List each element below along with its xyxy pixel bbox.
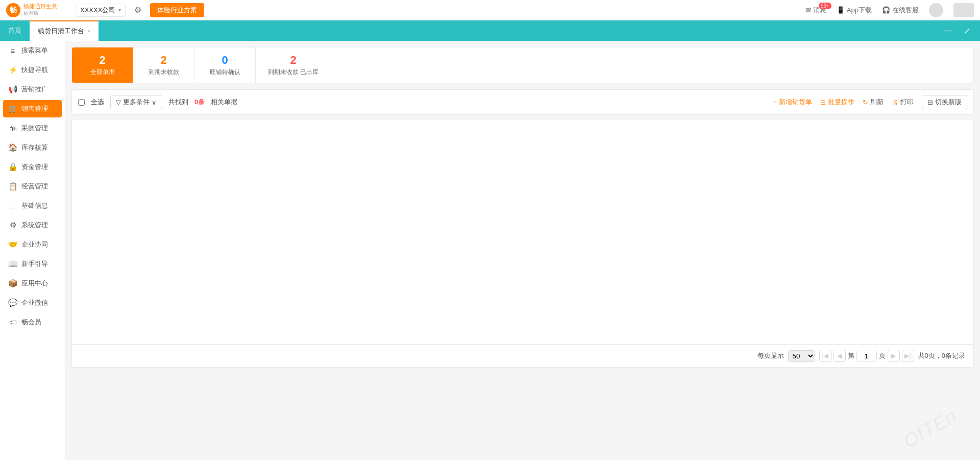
tab-bar-right: — ⤢ <box>941 23 980 38</box>
sidebar-item-sales[interactable]: 🛒销售管理 <box>3 100 62 117</box>
sidebar-item-basic-info[interactable]: ≣基础信息 <box>0 196 65 215</box>
company-selector[interactable]: XXXXX公司 ▾ <box>76 4 126 17</box>
batch-label: 批量操作 <box>828 98 854 107</box>
select-all-label: 全选 <box>91 98 104 107</box>
sidebar-label-member: 畅会员 <box>21 318 41 327</box>
sidebar-label-basic-info: 基础信息 <box>21 201 48 210</box>
top-bar: 畅 畅捷通好生意 标准版 XXXXX公司 ▾ ⚙ 体验行业方案 ✉ 消息 99+… <box>0 0 980 20</box>
message-badge: 99+ <box>819 3 831 9</box>
page-size-select[interactable]: 50 100 200 <box>788 350 815 362</box>
stat-num-shipped: 2 <box>268 54 318 67</box>
tab-work-bench[interactable]: 钱货日清工作台 × <box>30 20 99 41</box>
sidebar-label-sales: 销售管理 <box>21 104 48 113</box>
service-label: 在线客服 <box>892 6 919 15</box>
found-suffix: 相关单据 <box>211 98 237 107</box>
print-icon: 🖨 <box>892 99 898 106</box>
stat-tab-shipped[interactable]: 2到期未收款 已出库 <box>256 47 331 83</box>
batch-operation-button[interactable]: ⊞ 批量操作 <box>820 98 854 107</box>
sidebar-item-operations[interactable]: 📋经营管理 <box>0 177 65 196</box>
stat-label-shipped: 到期未收款 已出库 <box>268 68 318 77</box>
refresh-button[interactable]: ↻ 刷新 <box>863 98 884 107</box>
page-label: 第 <box>848 351 854 360</box>
sidebar-label-search-menu: 搜索菜单 <box>21 46 48 55</box>
sidebar-item-finance[interactable]: 🔒资金管理 <box>0 157 65 177</box>
sidebar-item-search-menu[interactable]: ≡搜索菜单 <box>0 41 65 60</box>
stat-tab-all[interactable]: 2全部单据 <box>72 47 133 83</box>
toolbar: 全选 ▽ 更多条件 ∨ 共找到 0条 相关单据 + 新增销货单 ⊞ 批量操作 ↻… <box>71 89 974 115</box>
page-next-button[interactable]: ▶ <box>888 350 900 362</box>
message-icon: ✉ <box>805 6 811 14</box>
minimize-button[interactable]: — <box>941 23 955 38</box>
table-body <box>72 119 973 344</box>
sidebar-icon-purchase: 🛍 <box>8 124 17 133</box>
service-icon: 🎧 <box>882 6 890 14</box>
sidebar-item-app-center[interactable]: 📦应用中心 <box>0 274 65 293</box>
trial-button[interactable]: 体验行业方案 <box>150 3 204 17</box>
chevron-down-icon: ▾ <box>118 7 121 13</box>
total-info: 共0页，0条记录 <box>918 351 965 360</box>
filter-label: 更多条件 <box>123 98 150 107</box>
sidebar-label-enterprise: 企业协同 <box>21 240 48 249</box>
stat-label-pending: 旺铺待确认 <box>207 68 243 77</box>
found-count: 0条 <box>194 98 205 107</box>
sidebar-item-wechat[interactable]: 💬企业微信 <box>0 293 65 312</box>
found-prefix: 共找到 <box>168 98 188 107</box>
add-sale-order-button[interactable]: + 新增销货单 <box>773 98 812 107</box>
sidebar-item-enterprise[interactable]: 🤝企业协同 <box>0 235 65 254</box>
sidebar-icon-search-menu: ≡ <box>8 46 17 55</box>
filter-button[interactable]: ▽ 更多条件 ∨ <box>110 95 162 109</box>
sidebar-icon-member: 🏷 <box>8 318 17 327</box>
sidebar-item-member[interactable]: 🏷畅会员 <box>0 312 65 332</box>
online-service-button[interactable]: 🎧 在线客服 <box>882 6 919 15</box>
switch-version-button[interactable]: ⊟ 切换新版 <box>922 95 967 109</box>
stats-tabs: 2全部单据2到期未收款0旺铺待确认2到期未收款 已出库 <box>71 47 974 83</box>
sidebar-icon-finance: 🔒 <box>8 162 17 172</box>
stat-tab-pending[interactable]: 0旺铺待确认 <box>194 47 256 83</box>
gear-button[interactable]: ⚙ <box>131 3 145 17</box>
tab-home[interactable]: 首页 <box>0 20 30 41</box>
user-name-area <box>953 3 974 17</box>
page-label-end: 页 <box>879 351 886 360</box>
sidebar-icon-app-center: 📦 <box>8 279 17 288</box>
page-nav: |◀ ◀ 第 页 ▶ ▶| <box>819 350 914 362</box>
page-number-input[interactable] <box>856 351 877 361</box>
sidebar-item-marketing[interactable]: 📢营销推广 <box>0 80 65 99</box>
sidebar-icon-sales: 🛒 <box>8 104 17 113</box>
sidebar-icon-operations: 📋 <box>8 182 17 191</box>
sidebar-label-operations: 经营管理 <box>21 182 48 191</box>
sidebar-item-quick-nav[interactable]: ⚡快捷导航 <box>0 60 65 80</box>
sidebar-icon-marketing: 📢 <box>8 85 17 94</box>
tab-bar: 首页 钱货日清工作台 × — ⤢ <box>0 20 980 41</box>
page-last-button[interactable]: ▶| <box>902 350 914 362</box>
print-button[interactable]: 🖨 打印 <box>892 98 914 107</box>
stat-num-all: 2 <box>84 54 120 67</box>
switch-icon: ⊟ <box>927 99 933 106</box>
tab-close-icon[interactable]: × <box>87 28 90 34</box>
stat-tab-overdue[interactable]: 2到期未收款 <box>133 47 194 83</box>
sidebar-label-purchase: 采购管理 <box>21 124 48 133</box>
app-download-button[interactable]: 📱 App下载 <box>837 6 872 15</box>
sidebar-item-inventory[interactable]: 🏠库存核算 <box>0 138 65 157</box>
page-prev-button[interactable]: ◀ <box>834 350 846 362</box>
sidebar-icon-quick-nav: ⚡ <box>8 65 17 75</box>
sidebar-item-guide[interactable]: 📖新手引导 <box>0 254 65 274</box>
print-label: 打印 <box>900 98 914 107</box>
sidebar-label-app-center: 应用中心 <box>21 279 48 288</box>
maximize-button[interactable]: ⤢ <box>960 23 974 38</box>
main-content: 2全部单据2到期未收款0旺铺待确认2到期未收款 已出库 全选 ▽ 更多条件 ∨ … <box>65 41 980 460</box>
table-area: 每页显示 50 100 200 |◀ ◀ 第 页 ▶ ▶| 共0页，0条记录 <box>71 119 974 368</box>
filter-icon: ▽ <box>116 99 121 106</box>
app-icon: 📱 <box>837 6 845 14</box>
sidebar-label-wechat: 企业微信 <box>21 298 48 307</box>
sidebar-item-system[interactable]: ⚙系统管理 <box>0 215 65 235</box>
avatar[interactable] <box>929 3 943 17</box>
page-size-label: 每页显示 <box>757 351 784 360</box>
sidebar-label-marketing: 营销推广 <box>21 85 48 94</box>
sidebar-label-quick-nav: 快捷导航 <box>21 65 48 75</box>
page-first-button[interactable]: |◀ <box>819 350 831 362</box>
select-all-checkbox[interactable] <box>78 99 85 106</box>
refresh-label: 刷新 <box>870 98 884 107</box>
message-button[interactable]: ✉ 消息 99+ <box>805 6 826 15</box>
top-right-area: ✉ 消息 99+ 📱 App下载 🎧 在线客服 <box>805 3 974 17</box>
sidebar-item-purchase[interactable]: 🛍采购管理 <box>0 118 65 138</box>
